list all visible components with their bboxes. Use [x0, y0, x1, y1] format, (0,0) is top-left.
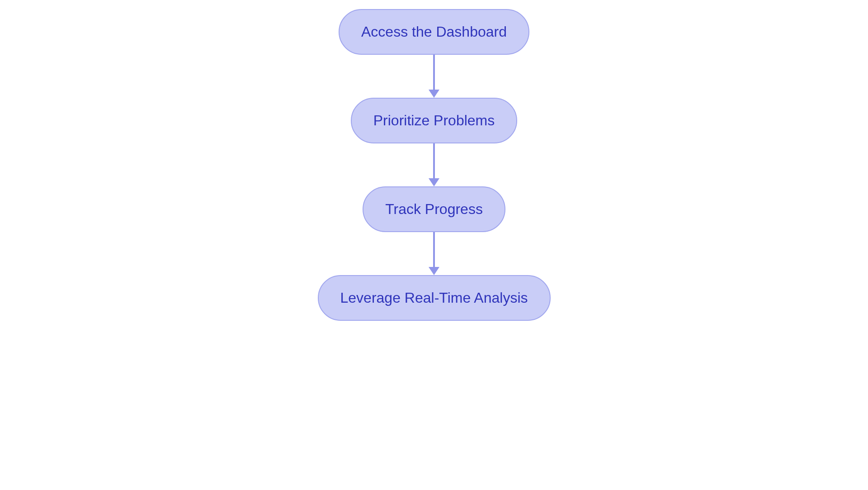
arrow-head-icon — [429, 90, 439, 98]
node-label: Track Progress — [385, 201, 483, 218]
arrow — [429, 143, 439, 186]
node-leverage-realtime-analysis: Leverage Real-Time Analysis — [318, 275, 551, 321]
node-label: Leverage Real-Time Analysis — [340, 290, 528, 306]
arrow-line — [433, 55, 435, 90]
arrow-line — [433, 232, 435, 267]
arrow-line — [433, 143, 435, 179]
arrow-head-icon — [429, 178, 439, 186]
node-prioritize-problems: Prioritize Problems — [351, 98, 518, 143]
arrow — [429, 55, 439, 98]
node-label: Access the Dashboard — [361, 24, 507, 40]
arrow — [429, 232, 439, 275]
flowchart: Access the Dashboard Prioritize Problems… — [298, 0, 570, 321]
node-access-dashboard: Access the Dashboard — [339, 9, 529, 55]
node-track-progress: Track Progress — [363, 186, 505, 232]
arrow-head-icon — [429, 267, 439, 275]
node-label: Prioritize Problems — [373, 112, 495, 129]
